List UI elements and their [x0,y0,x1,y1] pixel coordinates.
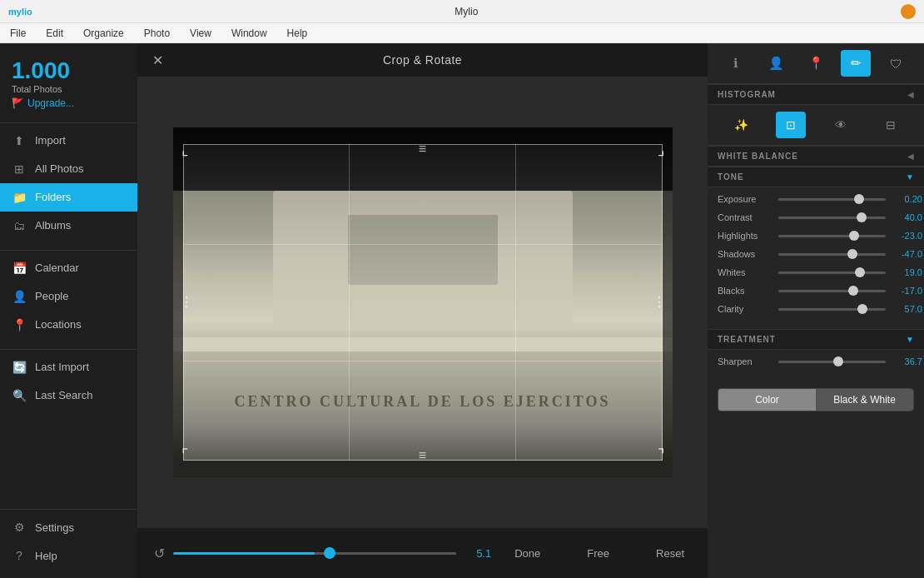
blacks-row: Blacks -17.0 [718,286,914,296]
sidebar-divider-4 [0,509,137,510]
info-panel-button[interactable]: ℹ [721,50,751,77]
shadows-value: -47.0 [892,249,922,259]
bottom-buttons: Done Free Reset [508,544,691,563]
sidebar-label-settings: Settings [35,521,74,534]
pencil-icon: ✏ [851,56,862,71]
center-panel: ✕ Crop & Rotate CENTRO CULTURAL DE LOS E… [137,43,708,578]
wb-collapse-arrow[interactable]: ◀ [907,152,914,161]
whites-slider[interactable] [778,272,886,274]
reset-button[interactable]: Reset [649,544,691,563]
menu-view[interactable]: View [186,26,215,41]
sidebar-item-folders[interactable]: 📁 Folders [0,183,137,212]
edit-panel-button[interactable]: ✏ [841,50,871,77]
sidebar-item-help[interactable]: ? Help [0,541,137,570]
sidebar-divider-3 [0,349,137,350]
color-button[interactable]: Color [718,389,816,411]
menu-photo[interactable]: Photo [141,26,173,41]
main-layout: 1.000 Total Photos 🚩 Upgrade... ⬆ Import… [0,43,924,578]
sidebar-item-locations[interactable]: 📍 Locations [0,311,137,339]
handle-top-right[interactable]: ⌟ [658,142,664,157]
albums-icon: 🗂 [12,218,27,233]
clarity-slider[interactable] [778,308,886,311]
handle-bottom-right[interactable]: ⌝ [658,447,664,462]
sharpen-slider[interactable] [778,361,886,363]
sidebar-item-albums[interactable]: 🗂 Albums [0,212,137,240]
auto-tool-button[interactable]: ✨ [726,112,756,138]
people-icon: 👤 [12,289,27,304]
handle-top-left[interactable]: ⌞ [181,142,188,157]
highlights-label: Highlights [718,231,772,241]
handle-mid-right[interactable]: ⋮ [653,296,666,309]
menu-help[interactable]: Help [284,26,311,41]
free-button[interactable]: Free [580,544,616,563]
exposure-slider[interactable] [778,198,886,201]
handle-top-center[interactable]: ≡ [419,142,426,156]
tone-collapse-arrow[interactable]: ▼ [906,172,914,182]
crop-toolbar: ✕ Crop & Rotate [137,43,708,77]
sidebar-label-locations: Locations [35,318,82,331]
highlights-slider[interactable] [778,235,886,237]
sharpen-value: 36.7 [892,356,922,366]
sidebar-item-last-search[interactable]: 🔍 Last Search [0,381,137,410]
histogram-label: HISTOGRAM [718,90,776,99]
menu-edit[interactable]: Edit [42,26,67,41]
contrast-label: Contrast [718,212,772,222]
sidebar-item-last-import[interactable]: 🔄 Last Import [0,353,137,381]
upgrade-link[interactable]: 🚩 Upgrade... [12,97,126,109]
menu-bar: File Edit Organize Photo View Window Hel… [0,23,924,43]
crop-overlay[interactable] [183,144,663,461]
menu-file[interactable]: File [7,26,29,41]
bw-button[interactable]: Black & White [816,389,913,411]
folders-icon: 📁 [12,190,27,205]
redeye-tool-button[interactable]: 👁 [826,112,856,138]
handle-bottom-center[interactable]: ≡ [419,449,426,462]
sidebar-divider-2 [0,250,137,251]
blacks-value: -17.0 [892,286,922,296]
total-count: 1.000 [12,58,126,84]
blacks-slider[interactable] [778,290,886,292]
sidebar: 1.000 Total Photos 🚩 Upgrade... ⬆ Import… [0,43,137,578]
rotation-slider[interactable] [173,552,456,555]
histogram-collapse-arrow[interactable]: ◀ [907,90,914,99]
sidebar-label-import: Import [35,134,66,147]
photo-container[interactable]: CENTRO CULTURAL DE LOS EJERCITOS ⌞ ⌟ ⌜ [173,127,673,477]
menu-organize[interactable]: Organize [80,26,127,41]
sidebar-item-calendar[interactable]: 📅 Calendar [0,254,137,282]
total-count-label: Total Photos [12,84,126,94]
treatment-collapse-arrow[interactable]: ▼ [906,335,914,344]
sidebar-item-people[interactable]: 👤 People [0,282,137,311]
shield-panel-button[interactable]: 🛡 [881,50,911,77]
location-panel-button[interactable]: 📍 [801,50,831,77]
grid-line-v1 [349,144,350,461]
handle-bottom-left[interactable]: ⌜ [181,447,188,462]
contrast-slider[interactable] [778,217,886,219]
shadows-slider[interactable] [778,253,886,256]
sidebar-label-help: Help [35,550,57,562]
treatment-label: TREATMENT [718,335,776,344]
crop-tool-button[interactable]: ⊡ [776,112,806,138]
sidebar-item-import[interactable]: ⬆ Import [0,127,137,155]
import-icon: ⬆ [12,133,27,148]
menu-window[interactable]: Window [228,26,271,41]
calendar-icon: 📅 [12,261,27,276]
treatment-section-header: TREATMENT ▼ [708,329,924,350]
sharpen-label: Sharpen [718,356,772,366]
sidebar-item-all-photos[interactable]: ⊞ All Photos [0,155,137,183]
sidebar-item-settings[interactable]: ⚙ Settings [0,513,137,541]
sidebar-label-last-import: Last Import [35,361,89,373]
people-panel-button[interactable]: 👤 [761,50,791,77]
handle-mid-left[interactable]: ⋮ [180,296,193,309]
upgrade-label: Upgrade... [27,97,74,109]
eye-icon: 👁 [835,118,847,132]
copy-tool-button[interactable]: ⊟ [876,112,906,138]
last-search-icon: 🔍 [12,388,27,403]
close-button[interactable]: ✕ [147,50,167,70]
rotation-slider-container: 5.1 [173,547,491,560]
whites-label: Whites [718,267,772,277]
grid-line-h1 [183,244,663,245]
app-icon [901,4,916,19]
location-icon: 📍 [808,56,824,71]
tone-sliders: Exposure 0.20 Contrast 40.0 Highlights -… [708,187,924,329]
done-button[interactable]: Done [508,544,547,563]
flag-icon: 🚩 [12,97,24,109]
